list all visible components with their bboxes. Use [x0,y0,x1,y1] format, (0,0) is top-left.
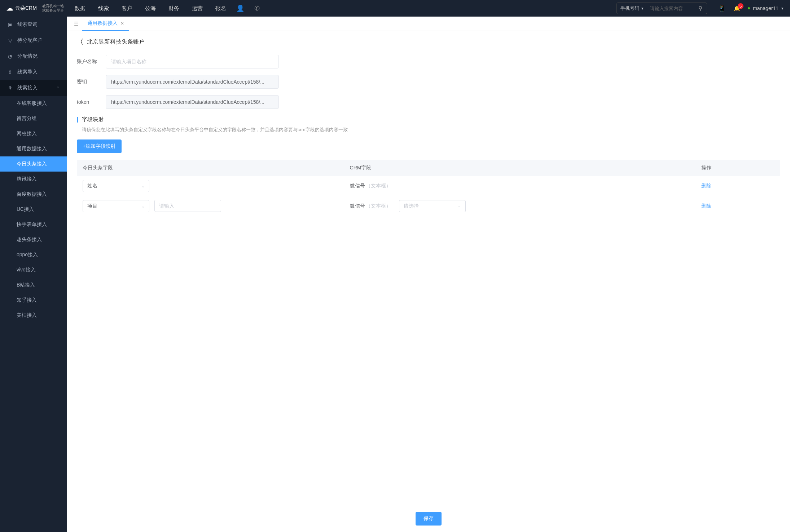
account-name-input[interactable] [106,55,279,68]
sidebar-icon: ⇪ [7,69,13,75]
table-row: 项目⌄ 微信号（文本框） 请选择⌄ 删除 [77,196,780,216]
sidebar-subitem[interactable]: 快手表单接入 [0,217,67,232]
section-bar [77,117,78,123]
page-title: 北京昱新科技头条账户 [87,38,145,46]
nav-item[interactable]: 报名 [215,5,226,12]
token-input[interactable] [106,95,279,109]
col-action: 操作 [695,160,780,176]
sidebar-subitem[interactable]: oppo接入 [0,247,67,262]
sidebar-subitem[interactable]: 知乎接入 [0,293,67,308]
nav-item[interactable]: 公海 [145,5,156,12]
save-button[interactable]: 保存 [416,512,442,526]
add-mapping-button[interactable]: +添加字段映射 [77,139,122,153]
chevron-down-icon: ▾ [781,6,784,11]
logo-text: 云朵CRM [15,5,37,12]
sidebar-label: 线索接入 [17,85,38,91]
nav-item[interactable]: 财务 [168,5,179,12]
sidebar-subitem[interactable]: 通用数据接入 [0,141,67,156]
nav-item[interactable]: 运营 [192,5,203,12]
sidebar-label: 线索导入 [17,69,38,75]
col-crm-field: CRM字段 [344,160,696,176]
sidebar-icon: ▣ [7,22,13,27]
mobile-icon[interactable]: 📱 [718,4,726,12]
col-toutiao-field: 今日头条字段 [77,160,344,176]
sidebar-subitem[interactable]: 今日头条接入 [0,156,67,172]
key-label: 密钥 [77,79,98,85]
sidebar-item[interactable]: ▣线索查询 [0,17,67,32]
section-title: 字段映射 [82,116,104,123]
sidebar-subitem[interactable]: 在线客服接入 [0,96,67,111]
notification-bell[interactable]: 🔔5 [734,5,740,11]
delete-link[interactable]: 删除 [701,203,711,209]
sidebar: ▣线索查询▽待分配客户◔分配情况⇪线索导入⚘线索接入⌃在线客服接入留言分组网校接… [0,17,67,532]
field-input[interactable] [154,200,221,212]
table-row: 姓名⌄ 微信号（文本框） 删除 [77,176,780,196]
sidebar-subitem[interactable]: 腾讯接入 [0,172,67,187]
chevron-icon: ⌃ [56,86,60,90]
section-hint: 请确保您在此填写的头条自定义字段名称与在今日头条平台中自定义的字段名称一致，并且… [82,127,780,133]
crm-select[interactable]: 请选择⌄ [399,200,466,212]
user-add-icon[interactable]: 👤 [236,4,244,12]
sidebar-subitem[interactable]: UC接入 [0,202,67,217]
sidebar-subitem[interactable]: 美柚接入 [0,308,67,323]
sidebar-subitem[interactable]: B站接入 [0,278,67,293]
search-input[interactable] [647,6,694,11]
tab-label: 通用数据接入 [87,20,118,27]
crm-field-label: 微信号 [350,183,365,189]
sidebar-icon: ▽ [7,37,13,43]
sidebar-label: 线索查询 [17,21,38,28]
user-menu[interactable]: manager11 ▾ [748,5,784,11]
sidebar-subitem[interactable]: vivo接入 [0,262,67,278]
token-label: token [77,99,98,105]
sidebar-subitem[interactable]: 趣头条接入 [0,232,67,247]
sidebar-subitem[interactable]: 留言分组 [0,111,67,126]
status-dot [748,7,750,9]
mapping-table: 今日头条字段 CRM字段 操作 姓名⌄ 微信号（文本框） [77,160,780,216]
search-button[interactable]: ⚲ [694,5,707,12]
user-name: manager11 [753,5,778,11]
field-select[interactable]: 项目⌄ [83,200,149,212]
sidebar-subitem[interactable]: 网校接入 [0,126,67,141]
back-arrow-icon[interactable]: 〈 [77,37,83,46]
sidebar-item[interactable]: ▽待分配客户 [0,32,67,48]
sidebar-icon: ⚘ [7,85,13,91]
search-group: 手机号码▾ ⚲ [616,3,707,14]
sidebar-item[interactable]: ⇪线索导入 [0,64,67,80]
top-nav: 数据线索客户公海财务运营报名 [75,5,226,12]
crm-field-label: 微信号 [350,203,365,209]
tabs-bar: ☰ 通用数据接入 ✕ [67,17,790,31]
phone-icon[interactable]: ✆ [254,4,260,12]
sidebar-item[interactable]: ⚘线索接入⌃ [0,80,67,96]
tabs-collapse-icon[interactable]: ☰ [70,21,82,27]
account-name-label: 账户名称 [77,58,98,65]
field-select[interactable]: 姓名⌄ [83,180,149,192]
search-type-select[interactable]: 手机号码▾ [617,3,647,14]
sidebar-item[interactable]: ◔分配情况 [0,48,67,64]
sidebar-subitem[interactable]: 百度数据接入 [0,187,67,202]
nav-item[interactable]: 线索 [98,5,109,12]
sidebar-icon: ◔ [7,53,13,59]
crm-field-type: （文本框） [366,183,391,189]
nav-item[interactable]: 数据 [75,5,85,12]
delete-link[interactable]: 删除 [701,183,711,189]
nav-item[interactable]: 客户 [122,5,132,12]
notification-badge: 5 [738,3,743,9]
sidebar-label: 分配情况 [17,53,38,59]
app-logo: ☁ 云朵CRM 教育机构一站 式服务云平台 [6,4,64,13]
tab-general-data[interactable]: 通用数据接入 ✕ [82,17,129,31]
sidebar-label: 待分配客户 [17,37,43,44]
logo-subtitle: 教育机构一站 式服务云平台 [39,4,64,13]
crm-field-type: （文本框） [366,203,391,209]
close-icon[interactable]: ✕ [120,21,124,26]
key-input[interactable] [106,75,279,89]
logo-icon: ☁ [6,4,13,12]
